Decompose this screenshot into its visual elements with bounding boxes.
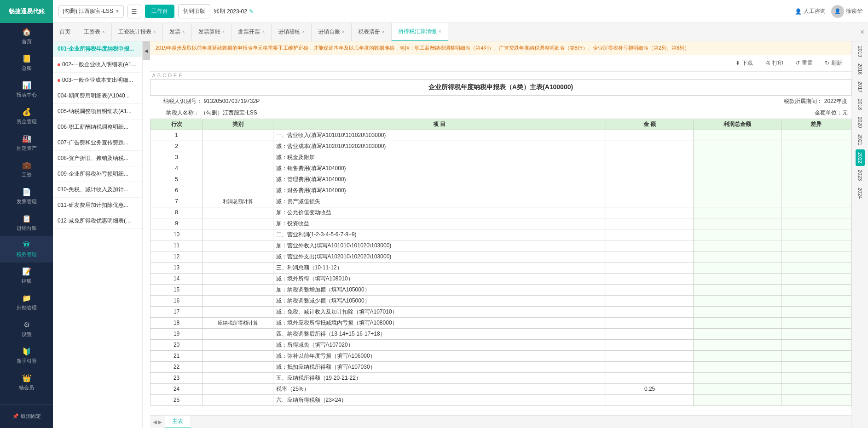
workbench-button[interactable]: 工作台 <box>145 5 174 18</box>
left-item-012[interactable]: 012-减免所得税优惠明细表(… <box>53 213 142 229</box>
sidebar-item-assets[interactable]: 🏭 固定资产 <box>0 130 53 156</box>
sidebar-item-reports[interactable]: 📊 报表中心 <box>0 76 53 103</box>
prev-tab-arrow[interactable]: ◀ <box>153 419 157 425</box>
cell-value[interactable] <box>606 130 693 141</box>
tab-payroll-close-icon[interactable]: × <box>102 29 105 34</box>
refresh-button[interactable]: ↻ 刷新 <box>821 57 846 69</box>
cell-value[interactable] <box>606 317 693 328</box>
unpin-button[interactable]: 📌 取消固定 <box>0 408 53 424</box>
tab-payroll-stats-close-icon[interactable]: × <box>153 29 156 34</box>
cell-profit <box>694 273 781 284</box>
sidebar-item-home[interactable]: 🏠 首页 <box>0 23 53 50</box>
cell-value[interactable] <box>606 207 693 218</box>
year-2021[interactable]: 2021 <box>856 131 865 148</box>
sidebar-item-finance[interactable]: 💰 资金管理 <box>0 103 53 130</box>
tab-audit-close-icon[interactable]: × <box>302 29 305 34</box>
user-profile-button[interactable]: 👤 徐诶华 <box>831 5 862 18</box>
cell-row-num: 13 <box>150 262 203 273</box>
left-item-001[interactable]: 001-企业所得税年度纳税申报... <box>53 41 142 57</box>
cell-value[interactable] <box>606 163 693 174</box>
left-item-004[interactable]: 004-期间费用明细表(A1040... <box>53 88 142 104</box>
tax-table: A B C D E F <box>150 72 851 406</box>
left-item-007[interactable]: 007-广告费和业务宣传费跌... <box>53 135 142 151</box>
cell-value[interactable] <box>606 350 693 361</box>
next-tab-arrow[interactable]: ▶ <box>158 419 162 425</box>
cell-value[interactable] <box>606 273 693 284</box>
year-2018[interactable]: 2018 <box>856 96 865 113</box>
cell-value[interactable] <box>606 284 693 295</box>
tab-ledger-close-icon[interactable]: × <box>342 29 345 34</box>
year-2019[interactable]: 2019 <box>856 43 865 60</box>
sidebar-item-close[interactable]: 📝 结账 <box>0 263 53 289</box>
tab-income-tax-close-icon[interactable]: × <box>439 29 441 34</box>
switch-version-button[interactable]: 切到旧版 <box>178 4 210 18</box>
download-button[interactable]: ⬇ 下载 <box>732 57 757 69</box>
sidebar-item-archive[interactable]: 📁 归档管理 <box>0 289 53 316</box>
tab-tax-list-close-icon[interactable]: × <box>382 29 385 34</box>
tab-invoice[interactable]: 发票 × <box>163 23 192 41</box>
sidebar-item-payroll[interactable]: 💼 工资 <box>0 156 53 183</box>
cell-value[interactable] <box>606 141 693 152</box>
year-2020[interactable]: 2020 <box>856 114 865 131</box>
sidebar-item-ledger[interactable]: 📒 总账 <box>0 50 53 76</box>
human-service-button[interactable]: 👤 人工咨询 <box>795 7 826 15</box>
tabs-more-icon[interactable]: × <box>856 28 868 36</box>
tab-payroll[interactable]: 工资表 × <box>77 23 112 41</box>
left-item-003[interactable]: 003-一般企业成本支出明细... <box>53 73 142 88</box>
cell-value[interactable] <box>606 262 693 273</box>
left-item-010[interactable]: 010-免税、减计收入及加计... <box>53 182 142 198</box>
cell-value[interactable] <box>606 394 693 405</box>
reset-button[interactable]: ↺ 重置 <box>792 57 816 69</box>
company-selector[interactable]: (勾删) 江西服宝-LSS ▼ <box>58 5 124 17</box>
cell-value[interactable] <box>606 185 693 196</box>
left-item-011[interactable]: 011-研发费用加计扣除优惠... <box>53 198 142 213</box>
bottom-tab-main[interactable]: 主表 <box>165 416 191 428</box>
cell-value[interactable] <box>606 174 693 185</box>
sidebar-item-invoice[interactable]: 📄 发票管理 <box>0 183 53 210</box>
print-button[interactable]: 🖨 打印 <box>761 57 787 69</box>
tab-tax-list[interactable]: 税表清册 × <box>352 23 392 41</box>
left-item-008[interactable]: 008-资产折旧、摊销及纳税... <box>53 151 142 166</box>
table-wrapper: A B C D E F <box>150 72 851 416</box>
year-2023[interactable]: 2023 <box>856 167 865 183</box>
cell-value[interactable] <box>606 251 693 262</box>
tab-invoice-close-icon[interactable]: × <box>182 29 185 34</box>
left-item-005[interactable]: 005-纳税调整项目明细表(A1... <box>53 104 142 120</box>
sidebar-item-guide[interactable]: 🔰 新手引导 <box>0 342 53 369</box>
cell-value[interactable] <box>606 295 693 306</box>
period-edit-icon[interactable]: ✎ <box>249 8 254 15</box>
cell-value[interactable] <box>606 372 693 383</box>
cell-value[interactable]: 0.25 <box>606 383 693 394</box>
cell-value[interactable] <box>606 339 693 350</box>
cell-value[interactable] <box>606 196 693 207</box>
cell-value[interactable] <box>606 306 693 317</box>
sidebar-item-purchase-sales[interactable]: 📋 进销台账 <box>0 210 53 236</box>
tab-audit[interactable]: 进销稽核 × <box>272 23 312 41</box>
left-item-002[interactable]: 002-一般企业收入明细表(A1... <box>53 57 142 73</box>
year-2016[interactable]: 2016 <box>856 61 865 77</box>
cell-value[interactable] <box>606 240 693 251</box>
tab-income-tax[interactable]: 所得税汇算清缴 × <box>392 23 448 41</box>
tab-invoice-open-close-icon[interactable]: × <box>262 29 265 34</box>
cell-value[interactable] <box>606 328 693 339</box>
sidebar-item-settings[interactable]: ⚙ 设置 <box>0 316 53 342</box>
year-2017[interactable]: 2017 <box>856 79 865 95</box>
left-item-009[interactable]: 009-企业所得税补亏损明细... <box>53 166 142 182</box>
year-2022[interactable]: 2022 <box>856 149 865 166</box>
sidebar-item-member[interactable]: 👑 畅会员 <box>0 369 53 396</box>
left-item-006[interactable]: 006-职工薪酬纳税调整明细... <box>53 120 142 135</box>
tab-invoice-open[interactable]: 发票开票 × <box>231 23 272 41</box>
tab-payroll-stats[interactable]: 工资统计报表 × <box>112 23 163 41</box>
sidebar-item-tax[interactable]: 🏛 税务管理 <box>0 236 53 263</box>
print-icon-btn[interactable]: ☰ <box>127 5 141 18</box>
tab-ledger[interactable]: 进销台账 × <box>312 23 352 41</box>
tab-home[interactable]: 首页 <box>53 23 77 41</box>
cell-value[interactable] <box>606 218 693 229</box>
cell-value[interactable] <box>606 152 693 163</box>
tab-invoice-calc-close-icon[interactable]: × <box>222 29 225 34</box>
cell-value[interactable] <box>606 361 693 372</box>
year-2024[interactable]: 2024 <box>856 185 865 201</box>
cell-value[interactable] <box>606 229 693 240</box>
tab-invoice-calc[interactable]: 发票算账 × <box>192 23 232 41</box>
panel-toggle-button[interactable]: ◀ <box>143 41 150 60</box>
